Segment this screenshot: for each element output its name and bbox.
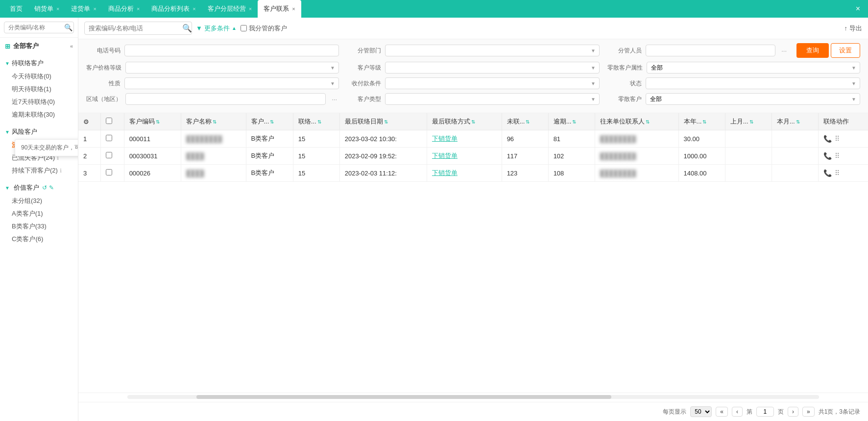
first-page-button[interactable]: « [716, 407, 728, 417]
close-all-button[interactable]: × [852, 4, 864, 13]
action-more-icon[interactable]: ⠿ [835, 135, 840, 143]
nature-select[interactable] [124, 77, 339, 89]
nav-tab-customer-layered[interactable]: 客户分层经营 × [202, 0, 258, 18]
nav-tab-product-analysis[interactable]: 商品分析 × [102, 0, 145, 18]
content-area: 🔍 ▼ 更多条件 ▲ 我分管的客户 ↑ 导出 电话号码 [78, 18, 868, 421]
col-customer-type[interactable]: 客户...⇅ [246, 113, 293, 130]
zero-attr-select[interactable]: 全部 [647, 62, 860, 74]
filter-customer-level: 客户等级 ▼ [347, 62, 600, 74]
nav-tab-customer-contact[interactable]: 客户联系 × [258, 0, 301, 18]
close-tab-5-icon[interactable]: × [292, 6, 295, 12]
col-settings[interactable]: ⚙ [78, 113, 101, 130]
group-risk-title[interactable]: ▼ 风险客户 [0, 125, 78, 139]
action-more-icon-2[interactable]: ⠿ [835, 152, 840, 160]
phone-input[interactable] [124, 45, 339, 56]
col-unlinked[interactable]: 未联...⇅ [502, 113, 548, 130]
sidebar: 🔍 ⊞ 全部客户 « ▼ 待联络客户 今天待联络(0) 明天待联络(1) 近7天… [0, 18, 78, 421]
search-input[interactable] [84, 22, 192, 35]
close-tab-0-icon[interactable]: × [56, 6, 59, 12]
sidebar-search-icon[interactable]: 🔍 [64, 24, 72, 31]
prev-page-button[interactable]: ‹ [732, 407, 743, 417]
export-button[interactable]: ↑ 导出 [844, 24, 863, 33]
filter-row-3: 性质 ▼ 收付款条件 ▼ 状态 [86, 77, 860, 89]
scroll-thumb[interactable] [196, 395, 611, 399]
status-select[interactable] [646, 77, 860, 89]
col-last-month[interactable]: 上月...⇅ [725, 113, 772, 130]
nav-home[interactable]: 首页 [4, 0, 28, 18]
row3-way[interactable]: 下销货单 [427, 165, 502, 182]
close-tab-1-icon[interactable]: × [93, 6, 96, 12]
col-contacts-person[interactable]: 往来单位联系人⇅ [595, 113, 678, 130]
export-icon: ↑ [844, 25, 848, 32]
close-tab-3-icon[interactable]: × [193, 6, 195, 12]
col-contact[interactable]: 联络...⇅ [293, 113, 339, 130]
group-value-title[interactable]: ▼ 价值客户 ↺ ✎ [0, 181, 78, 195]
zero-customer-select[interactable]: 全部 [646, 93, 860, 105]
row3-checkbox[interactable] [101, 165, 124, 182]
my-customers-checkbox-label[interactable]: 我分管的客户 [241, 24, 287, 33]
sidebar-item-declining[interactable]: 持续下滑客户(2) ℹ [0, 164, 78, 177]
payment-select[interactable] [385, 77, 600, 89]
sidebar-item-class-a[interactable]: A类客户(1) [0, 207, 78, 220]
filter-nature: 性质 ▼ [86, 77, 339, 89]
person-dots-icon[interactable]: ··· [779, 47, 789, 54]
col-this-year[interactable]: 本年...⇅ [678, 113, 725, 130]
col-overdue[interactable]: 逾期...⇅ [548, 113, 595, 130]
sidebar-item-class-b[interactable]: B类客户(33) [0, 220, 78, 233]
nav-tab-sales[interactable]: 销货单 × [28, 0, 65, 18]
col-this-month[interactable]: 本月...⇅ [772, 113, 818, 130]
col-checkbox[interactable] [101, 113, 124, 130]
sidebar-collapse-icon[interactable]: « [70, 43, 73, 49]
row2-checkbox[interactable] [101, 148, 124, 165]
nav-tab-purchase[interactable]: 进货单 × [65, 0, 102, 18]
group-pending-title[interactable]: ▼ 待联络客户 [0, 56, 78, 70]
sidebar-item-7days[interactable]: 近7天待联络(0) [0, 96, 78, 108]
filter-area: 区域（地区） ··· [86, 93, 339, 105]
col-name[interactable]: 客户名称⇅ [181, 113, 246, 130]
col-code[interactable]: 客户编码⇅ [124, 113, 181, 130]
row1-checkbox[interactable] [101, 130, 124, 148]
sidebar-item-class-c[interactable]: C类客户(6) [0, 233, 78, 246]
action-phone-icon-3[interactable]: 📞 [823, 169, 832, 177]
col-last-date[interactable]: 最后联络日期⇅ [339, 113, 427, 130]
sidebar-item-ungrouped[interactable]: 未分组(32) [0, 195, 78, 207]
sidebar-item-today[interactable]: 今天待联络(0) [0, 70, 78, 83]
select-all-checkbox[interactable] [106, 118, 112, 124]
area-dots-icon[interactable]: ··· [330, 96, 339, 103]
last-page-button[interactable]: » [802, 407, 815, 417]
sidebar-item-overdue[interactable]: 逾期未联络(30) [0, 108, 78, 121]
close-tab-2-icon[interactable]: × [137, 6, 140, 12]
horizontal-scroll-bar[interactable] [78, 393, 868, 402]
sidebar-search-input[interactable] [4, 22, 74, 33]
action-phone-icon-2[interactable]: 📞 [823, 152, 832, 160]
my-customers-checkbox[interactable] [241, 25, 247, 31]
sidebar-item-tomorrow[interactable]: 明天待联络(1) [0, 83, 78, 96]
dept-select[interactable] [385, 45, 600, 56]
all-customers-title[interactable]: ⊞ 全部客户 « [0, 38, 78, 54]
action-phone-icon[interactable]: 📞 [823, 135, 832, 143]
search-button[interactable]: 🔍 [182, 24, 192, 33]
phone-label: 电话号码 [86, 47, 121, 55]
refresh-icon[interactable]: ↺ [42, 184, 47, 191]
col-last-way[interactable]: 最后联络方式⇅ [427, 113, 502, 130]
query-button[interactable]: 查询 [796, 43, 829, 58]
settings-button[interactable]: 设置 [831, 43, 860, 58]
row3-contacts: ████████ [595, 165, 678, 182]
row2-way[interactable]: 下销货单 [427, 148, 502, 165]
next-page-button[interactable]: › [788, 407, 798, 417]
customer-type-select[interactable] [385, 93, 600, 105]
price-level-select[interactable] [125, 62, 339, 74]
close-tab-4-icon[interactable]: × [249, 6, 252, 12]
page-input[interactable] [756, 407, 774, 417]
nav-tab-product-list[interactable]: 商品分析列表 × [145, 0, 201, 18]
zero-customer-label: 零散客户 [607, 95, 642, 103]
per-page-select[interactable]: 50 [690, 406, 712, 417]
action-more-icon-3[interactable]: ⠿ [835, 169, 840, 177]
customer-level-select[interactable] [385, 62, 600, 74]
area-input[interactable] [125, 93, 326, 105]
edit-icon[interactable]: ✎ [49, 184, 54, 191]
person-input[interactable] [646, 45, 775, 56]
row1-way[interactable]: 下销货单 [427, 130, 502, 148]
more-conditions-button[interactable]: ▼ 更多条件 ▲ [196, 24, 237, 33]
row3-code: 000026 [124, 165, 181, 182]
